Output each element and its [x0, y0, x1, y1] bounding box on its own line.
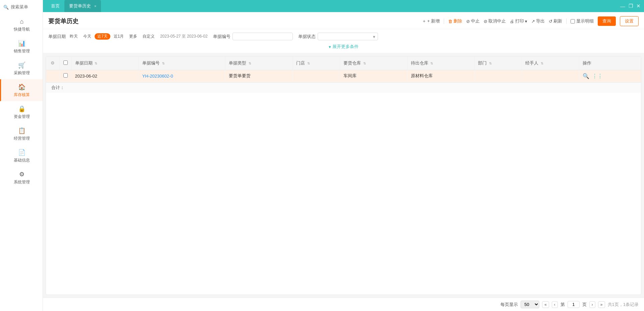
table-body: 2023-06-02 YH-20230602-0 要货单要货 车间库 原材料仓库…	[46, 70, 641, 82]
sort-doc-date-icon[interactable]: ⇅	[95, 61, 97, 65]
refresh-icon: ↺	[549, 19, 552, 24]
sidebar-item-sales[interactable]: 📊 销售管理	[0, 36, 43, 57]
page-title: 要货单历史	[48, 17, 78, 25]
next-page-button[interactable]: ›	[589, 301, 595, 308]
tab-home[interactable]: 首页	[46, 0, 64, 12]
sort-doc-no-icon[interactable]: ⇅	[162, 61, 165, 65]
export-button[interactable]: ↗ 导出	[531, 18, 545, 24]
doc-status-label: 单据状态	[298, 34, 316, 40]
cancel-stop-button[interactable]: ⊘ 取消中止	[484, 18, 506, 24]
row-action: 🔍 ⋮⋮	[579, 70, 641, 82]
date-filter-buttons: 昨天 今天 近7天 近1月 更多 自定义	[68, 33, 157, 40]
col-department: 部门 ⇅	[475, 56, 522, 70]
sidebar-item-label: 快捷导航	[14, 27, 30, 32]
sidebar-item-finance[interactable]: 🔒 资金管理	[0, 101, 43, 123]
table-row[interactable]: 2023-06-02 YH-20230602-0 要货单要货 车间库 原材料仓库…	[46, 70, 641, 82]
settings-button[interactable]: 设置	[620, 16, 639, 26]
sidebar-item-label: 基础信息	[14, 158, 30, 163]
row-pending-warehouse: 原材料仓库	[407, 70, 475, 82]
per-page-label: 每页显示	[500, 302, 518, 308]
cancel-stop-icon: ⊘	[484, 19, 487, 24]
last-page-button[interactable]: »	[598, 301, 605, 308]
sidebar-item-label: 采购管理	[14, 70, 30, 76]
main-content: 首页要货单历史× — ❐ ✕ 要货单历史 ＋ + 新增 🗑 删除	[43, 0, 644, 311]
sort-store-icon[interactable]: ⇅	[307, 61, 310, 65]
sidebar-item-system[interactable]: ⚙ 系统管理	[0, 167, 43, 188]
filter-area: 单据日期 昨天 今天 近7天 近1月 更多 自定义 2023-05-27 至 2…	[43, 29, 644, 53]
print-button[interactable]: 🖨 打印 ▾	[510, 18, 527, 24]
sort-handler-icon[interactable]: ⇅	[541, 61, 543, 65]
filter-row: 单据日期 昨天 今天 近7天 近1月 更多 自定义 2023-05-27 至 2…	[48, 33, 639, 40]
tab-label: 要货单历史	[69, 3, 91, 9]
expand-label: 展开更多条件	[332, 44, 359, 50]
content-area: 要货单历史 ＋ + 新增 🗑 删除 ⊘ 中止 ⊘ 取消中止	[43, 12, 644, 311]
stop-icon: ⊘	[466, 19, 470, 24]
sidebar-item-operations[interactable]: 📋 经营管理	[0, 123, 43, 145]
expand-more-button[interactable]: ▾ 展开更多条件	[329, 44, 359, 50]
settings-label: 设置	[625, 18, 634, 24]
col-doc-no: 单据编号 ⇅	[139, 56, 225, 70]
doc-no-link[interactable]: YH-20230602-0	[142, 74, 173, 79]
refresh-button[interactable]: ↺ 刷新	[549, 18, 562, 24]
stop-button[interactable]: ⊘ 中止	[466, 18, 480, 24]
sales-icon: 📊	[18, 40, 25, 47]
sidebar-item-basic-info[interactable]: 📄 基础信息	[0, 145, 43, 167]
query-button[interactable]: 查询	[598, 16, 616, 26]
display-detail-checkbox-wrapper[interactable]: 显示明细	[571, 18, 594, 24]
table-area: ⚙ 单据日期 ⇅ 单据编号 ⇅ 单据类型	[46, 56, 641, 295]
doc-no-input[interactable]	[232, 33, 293, 40]
doc-status-select[interactable]	[318, 33, 378, 40]
col-settings[interactable]: ⚙	[46, 56, 59, 70]
page-header: 要货单历史 ＋ + 新增 🗑 删除 ⊘ 中止 ⊘ 取消中止	[43, 12, 644, 29]
data-table: ⚙ 单据日期 ⇅ 单据编号 ⇅ 单据类型	[46, 56, 641, 82]
new-button[interactable]: ＋ + 新增	[422, 18, 440, 24]
date-filter-label: 单据日期	[48, 34, 66, 40]
date-btn-more[interactable]: 更多	[127, 33, 139, 40]
divider2	[566, 18, 567, 24]
col-doc-date: 单据日期 ⇅	[71, 56, 139, 70]
sort-req-warehouse-icon[interactable]: ⇅	[363, 61, 366, 65]
date-range-text: 2023-05-27 至 2023-06-02	[160, 34, 207, 39]
sort-pending-warehouse-icon[interactable]: ⇅	[430, 61, 433, 65]
operations-icon: 📋	[18, 127, 25, 134]
edit-action-icon[interactable]: ⋮⋮	[592, 73, 603, 79]
display-detail-label: 显示明细	[576, 18, 594, 24]
minimize-button[interactable]: —	[620, 3, 625, 9]
new-label: + 新增	[427, 18, 440, 24]
sidebar-item-label: 系统管理	[14, 179, 30, 185]
page-size-select[interactable]: 102050100	[521, 301, 539, 308]
action-icons: 🔍 ⋮⋮	[583, 73, 638, 79]
date-btn-today[interactable]: 今天	[81, 33, 93, 40]
query-label: 查询	[602, 18, 611, 24]
row-checkbox[interactable]	[63, 73, 68, 78]
prev-page-button[interactable]: ‹	[552, 301, 558, 308]
sort-department-icon[interactable]: ⇅	[489, 61, 492, 65]
sidebar-search-label: 搜索菜单	[11, 4, 28, 10]
page-number-input[interactable]	[568, 301, 580, 308]
date-btn-custom[interactable]: 自定义	[141, 33, 157, 40]
tab-requisition-history[interactable]: 要货单历史×	[64, 0, 101, 12]
tab-close-icon[interactable]: ×	[94, 4, 96, 8]
close-window-button[interactable]: ✕	[636, 3, 641, 9]
sidebar-item-purchase[interactable]: 🛒 采购管理	[0, 57, 43, 79]
restore-button[interactable]: ❐	[629, 3, 633, 9]
refresh-label: 刷新	[553, 18, 562, 24]
expand-icon: ▾	[329, 44, 331, 49]
date-btn-yesterday[interactable]: 昨天	[68, 33, 80, 40]
new-icon: ＋	[422, 18, 426, 24]
sort-doc-type-icon[interactable]: ⇅	[249, 61, 251, 65]
row-doc-date: 2023-06-02	[71, 70, 139, 82]
display-detail-checkbox[interactable]	[571, 19, 575, 24]
delete-button[interactable]: 🗑 删除	[448, 18, 462, 24]
first-page-button[interactable]: «	[542, 301, 549, 308]
sidebar-item-inventory[interactable]: 🏠 库存核算	[0, 79, 43, 101]
date-btn-7days[interactable]: 近7天	[95, 33, 110, 40]
sidebar-search[interactable]: 🔍 搜索菜单	[0, 0, 43, 14]
view-action-icon[interactable]: 🔍	[583, 73, 589, 79]
sidebar-item-label: 库存核算	[14, 92, 30, 98]
top-bar: 首页要货单历史× — ❐ ✕	[43, 0, 644, 12]
goto-page-label: 第	[560, 302, 565, 308]
sidebar-item-quick-nav[interactable]: ⌂ 快捷导航	[0, 14, 43, 36]
select-all-checkbox[interactable]	[63, 60, 68, 65]
date-btn-1month[interactable]: 近1月	[112, 33, 126, 40]
